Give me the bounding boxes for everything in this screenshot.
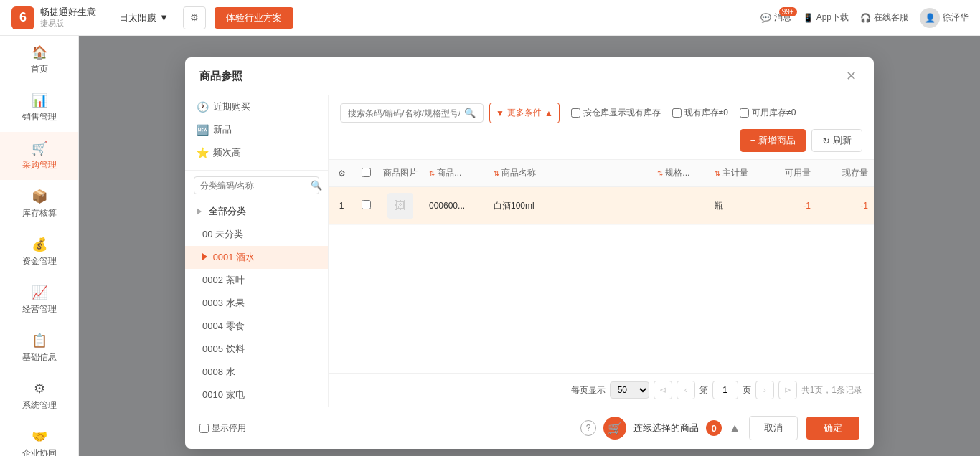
category-item-0004[interactable]: 0004 零食 xyxy=(185,315,328,338)
col-header-settings[interactable]: ⚙ xyxy=(329,160,354,187)
col-header-spec[interactable]: ⇅ 规格... xyxy=(651,160,709,187)
show-disabled-checkbox[interactable]: 显示停用 xyxy=(199,422,246,434)
modal-header: 商品参照 ✕ xyxy=(185,57,874,95)
cancel-button[interactable]: 取消 xyxy=(749,416,798,440)
refresh-button[interactable]: ↻ 刷新 xyxy=(811,129,862,152)
checkbox-warehouse-stock[interactable]: 按仓库显示现有库存 xyxy=(571,107,661,119)
modal-close-button[interactable]: ✕ xyxy=(842,67,859,85)
experience-button[interactable]: 体验行业方案 xyxy=(215,7,293,29)
sidebar-item-inventory[interactable]: 📦 库存核算 xyxy=(0,180,78,228)
category-search-icon: 🔍 xyxy=(311,180,322,191)
sidebar-item-operations[interactable]: 📈 经营管理 xyxy=(0,276,78,324)
col-header-image: 商品图片 xyxy=(377,160,423,187)
category-all[interactable]: 全部分类 xyxy=(185,200,328,223)
page-label: 第 xyxy=(699,384,708,396)
sidebar-item-enterprise[interactable]: 🤝 企业协同 xyxy=(0,420,78,456)
collapse-button[interactable]: ▲ xyxy=(729,422,740,434)
modal-title: 商品参照 xyxy=(199,70,242,83)
star-icon: ⭐ xyxy=(197,147,209,158)
row-checkbox[interactable] xyxy=(354,187,377,225)
enterprise-icon: 🤝 xyxy=(32,429,47,445)
sidebar-item-sales[interactable]: 📊 销售管理 xyxy=(0,84,78,132)
sidebar-item-basic-info[interactable]: 📋 基础信息 xyxy=(0,324,78,372)
new-icon: 🆕 xyxy=(197,124,209,136)
nav-selector[interactable]: 日太阳膜 ▼ xyxy=(113,9,174,27)
cart-button[interactable]: 🛒 xyxy=(603,417,626,440)
sidebar-item-home[interactable]: 🏠 首页 xyxy=(0,36,78,84)
col-header-name[interactable]: ⇅ 商品名称 xyxy=(488,160,651,187)
left-panel: 🕐 近期购买 🆕 新品 ⭐ 频次高 xyxy=(185,95,329,407)
col-header-available: 可用量 xyxy=(759,160,816,187)
col-header-unit[interactable]: ⇅ 主计量 xyxy=(709,160,759,187)
filter-button[interactable]: ▼ 更多条件 ▲ xyxy=(489,103,560,123)
checkbox-nonzero-available[interactable]: 可用库存≠0 xyxy=(740,107,796,119)
first-page-button[interactable]: ⊲ xyxy=(654,381,672,399)
mobile-icon: 📱 xyxy=(803,13,814,23)
per-page-label: 每页显示 xyxy=(571,384,606,396)
page-total: 共1页，1条记录 xyxy=(801,384,862,396)
gear-icon: ⚙ xyxy=(190,12,199,23)
logo-area: 6 畅捷通好生意 捷易版 xyxy=(11,6,105,29)
online-service-button[interactable]: 🎧 在线客服 xyxy=(860,11,908,24)
quick-item-recent[interactable]: 🕐 近期购买 xyxy=(185,95,328,118)
category-item-0001[interactable]: 0001 酒水 xyxy=(185,246,328,269)
add-product-button[interactable]: + 新增商品 xyxy=(740,129,806,152)
main-layout: 🏠 首页 📊 销售管理 🛒 采购管理 📦 库存核算 💰 资金管理 📈 经营管理 … xyxy=(0,36,980,456)
category-item-0008[interactable]: 0008 水 xyxy=(185,361,328,384)
sort-icon: ⇅ xyxy=(494,169,499,177)
category-item-0010[interactable]: 0010 家电 xyxy=(185,384,328,407)
sales-icon: 📊 xyxy=(32,92,47,108)
quick-item-frequent[interactable]: ⭐ 频次高 xyxy=(185,141,328,164)
system-icon: ⚙ xyxy=(34,381,45,396)
col-header-checkbox[interactable] xyxy=(354,160,377,187)
per-page-select[interactable]: 50 100 200 xyxy=(610,381,649,399)
user-menu[interactable]: 👤 徐泽华 xyxy=(920,8,969,28)
sort-icon: ⇅ xyxy=(715,169,720,177)
clock-icon: 🕐 xyxy=(197,101,209,113)
confirm-button[interactable]: 确定 xyxy=(806,417,859,440)
basic-info-icon: 📋 xyxy=(32,333,47,348)
last-page-button[interactable]: ⊳ xyxy=(778,381,797,399)
select-all-checkbox[interactable] xyxy=(362,168,371,177)
main-content: 商品参照 ✕ 🕐 近期购买 🆕 xyxy=(79,36,980,456)
category-search-box[interactable]: 🔍 xyxy=(194,176,319,194)
app-download-button[interactable]: 📱 App下载 xyxy=(803,11,849,24)
category-item-0005[interactable]: 0005 饮料 xyxy=(185,338,328,361)
category-item-0002[interactable]: 0002 茶叶 xyxy=(185,269,328,292)
purchase-icon: 🛒 xyxy=(32,141,47,156)
prev-page-button[interactable]: ‹ xyxy=(677,381,695,399)
row-name: 白酒100ml xyxy=(488,187,651,225)
category-item-0003[interactable]: 0003 水果 xyxy=(185,292,328,315)
sidebar-item-system[interactable]: ⚙ 系统管理 xyxy=(0,372,78,420)
quick-list: 🕐 近期购买 🆕 新品 ⭐ 频次高 xyxy=(185,95,328,171)
table-row[interactable]: 1 🖼 xyxy=(329,187,874,225)
nav-right: 💬 消息 99+ 📱 App下载 🎧 在线客服 👤 徐泽华 xyxy=(760,8,969,28)
image-placeholder-icon: 🖼 xyxy=(395,199,406,212)
help-button[interactable]: ? xyxy=(580,420,596,436)
col-header-code[interactable]: ⇅ 商品... xyxy=(423,160,488,187)
headset-icon: 🎧 xyxy=(860,13,871,23)
row-spec xyxy=(651,187,709,225)
category-search-input[interactable] xyxy=(200,181,308,191)
finance-icon: 💰 xyxy=(32,237,47,252)
checkbox-nonzero-stock[interactable]: 现有库存≠0 xyxy=(672,107,728,119)
sidebar-item-finance[interactable]: 💰 资金管理 xyxy=(0,228,78,276)
settings-button[interactable]: ⚙ xyxy=(183,6,206,29)
category-list: 全部分类 00 未分类 0001 酒水 0002 茶叶 xyxy=(185,200,328,407)
row-code: 000600... xyxy=(423,187,488,225)
quick-item-new[interactable]: 🆕 新品 xyxy=(185,118,328,141)
product-search-input[interactable] xyxy=(348,108,460,118)
brand-name: 畅捷通好生意 xyxy=(40,6,96,18)
modal-overlay: 商品参照 ✕ 🕐 近期购买 🆕 xyxy=(79,36,980,456)
chevron-down-icon: ▼ xyxy=(159,12,169,23)
sidebar-item-purchase[interactable]: 🛒 采购管理 xyxy=(0,132,78,180)
page-number-input[interactable] xyxy=(712,381,738,399)
logo-icon: 6 xyxy=(11,6,34,29)
search-icon: 🔍 xyxy=(464,108,476,118)
filter-icon: ▼ xyxy=(496,108,504,118)
next-page-button[interactable]: › xyxy=(755,381,774,399)
sort-icon: ⇅ xyxy=(657,169,663,177)
product-search-box[interactable]: 🔍 xyxy=(340,103,484,123)
category-item-00[interactable]: 00 未分类 xyxy=(185,223,328,246)
message-button[interactable]: 💬 消息 99+ xyxy=(760,11,791,24)
